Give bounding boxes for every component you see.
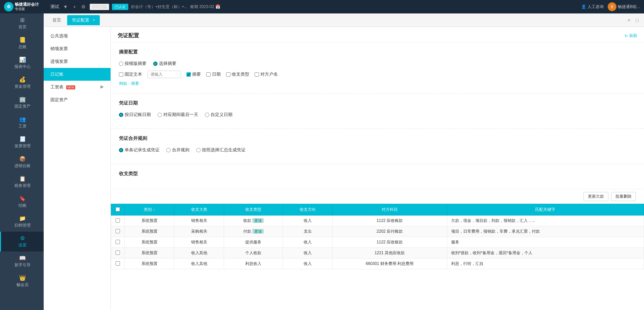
th-direction: 收支方向	[283, 204, 333, 216]
sidebar-item-payroll[interactable]: 👥 工资	[0, 113, 44, 132]
sidebar-item-label: 资金管理	[14, 84, 31, 89]
close-period-icon: 🔖	[19, 195, 26, 202]
logo-sub: 专业版	[15, 7, 39, 11]
certified-badge: 已认证	[112, 4, 128, 10]
update-receivables-btn[interactable]: 更新欠款	[584, 192, 608, 201]
tab-home[interactable]: 首页	[48, 15, 66, 25]
sidebar-item-ledger[interactable]: 📒 总账	[0, 33, 44, 53]
checkbox-summary-input[interactable]	[186, 72, 191, 77]
row-checkbox[interactable]	[116, 261, 120, 266]
help-btn[interactable]: 👤 人工咨询	[581, 4, 604, 10]
sidebar-item-sales[interactable]: 📦 进销台账	[0, 152, 44, 172]
summary-section: 摘要配置 按模版摘要 选择摘要	[111, 42, 644, 93]
radio-journal-date[interactable]: 按日记账日期	[119, 112, 151, 118]
select-all-checkbox[interactable]	[116, 207, 120, 211]
checkbox-income-type[interactable]: 收支类型	[226, 71, 249, 77]
radio-single-record-input[interactable]	[119, 148, 123, 152]
row-subject: 2202 应付账款	[333, 226, 447, 237]
sidebar-item-guide[interactable]: 📖 新手引导	[0, 251, 44, 271]
sidebar-item-label: 新手引导	[14, 262, 31, 268]
tab-close-btn[interactable]: ×	[93, 18, 95, 23]
row-big-type: 销售相关	[174, 216, 224, 226]
settings-gear-btn[interactable]: ⚙	[80, 3, 87, 10]
left-panel-item-purchase-invoice[interactable]: 进项发票	[44, 55, 111, 68]
radio-summary-generate[interactable]: 按照选择汇总生成凭证	[196, 147, 246, 153]
radio-merge-rules-input[interactable]	[166, 148, 171, 152]
sidebar-item-tax[interactable]: 📋 税务管理	[0, 172, 44, 192]
table-row: 系统预置采购相关付款 置顶支出2202 应付账款项目，日常费用，报销款，车费，承…	[111, 226, 644, 237]
checkbox-date-input[interactable]	[206, 72, 211, 77]
logo-icon: 会	[4, 2, 13, 11]
checkbox-date[interactable]: 日期	[206, 71, 221, 77]
th-big-type: 收支大类	[174, 204, 224, 216]
add-btn[interactable]: +	[72, 3, 77, 10]
row-checkbox[interactable]	[116, 240, 120, 244]
row-checkbox[interactable]	[116, 229, 120, 233]
sidebar-item-reports[interactable]: 📊 报表中心	[0, 53, 44, 73]
top-tag-btn[interactable]: 置顶	[252, 218, 264, 223]
radio-period-last-day[interactable]: 对应期间最后一天	[158, 112, 198, 118]
checkbox-income-type-input[interactable]	[226, 72, 230, 77]
radio-summary-generate-input[interactable]	[196, 148, 201, 152]
left-panel-item-journal[interactable]: 日记账	[44, 68, 111, 81]
home-icon: ⊞	[20, 17, 25, 23]
tab-config[interactable]: 凭证配置 ×	[67, 15, 100, 25]
window-controls: × □	[626, 17, 640, 23]
fixed-text-input[interactable]	[147, 71, 181, 78]
radio-select-summary[interactable]: 选择摘要	[153, 61, 176, 67]
th-checkbox	[111, 204, 125, 216]
sidebar-item-home[interactable]: ⊞ 首页	[0, 13, 44, 33]
refresh-btn[interactable]: ↻ 刷新	[625, 33, 637, 39]
radio-template-summary[interactable]: 按模版摘要	[119, 61, 146, 67]
radio-select-input[interactable]	[153, 62, 158, 66]
row-checkbox[interactable]	[116, 218, 120, 223]
ledger-icon: 📒	[19, 37, 26, 43]
checkbox-summary[interactable]: 摘要	[186, 71, 201, 77]
switch-version-btn[interactable]: 切到旧版	[90, 4, 109, 10]
checkbox-counterparty-input[interactable]	[255, 72, 259, 77]
left-panel-item-public[interactable]: 公共选项	[44, 30, 111, 42]
radio-journal-date-input[interactable]	[119, 113, 123, 117]
user-profile[interactable]: B 畅捷通B组...	[608, 2, 640, 11]
row-category: 系统预置	[125, 226, 174, 237]
radio-single-record[interactable]: 单条记录生成凭证	[119, 147, 160, 153]
radio-template-input[interactable]	[119, 62, 123, 66]
radio-merge-rules[interactable]: 合并规则	[166, 147, 189, 153]
radio-custom-date-input[interactable]	[205, 113, 209, 117]
merge-radio-group: 单条记录生成凭证 合并规则 按照选择汇总生成凭证	[119, 147, 636, 153]
close-window-btn[interactable]: ×	[626, 17, 632, 23]
row-direction: 收入	[283, 248, 333, 259]
tab-bar: 首页 凭证配置 × × □	[44, 13, 644, 27]
row-checkbox[interactable]	[116, 250, 120, 255]
sidebar-item-settings[interactable]: ⚙ 设置	[0, 232, 44, 251]
left-panel-item-payroll-sheet[interactable]: 工资表 NEW ▶	[44, 81, 111, 93]
sidebar-item-invoice[interactable]: 🧾 发票管理	[0, 132, 44, 152]
batch-delete-btn[interactable]: 批量删除	[611, 192, 636, 201]
sidebar-item-close[interactable]: 🔖 结账	[0, 192, 44, 212]
calendar-icon[interactable]: 📅	[215, 4, 220, 9]
dropdown-btn[interactable]: ▼	[62, 3, 69, 10]
left-panel-item-fixed-assets[interactable]: 固定资产	[44, 93, 111, 106]
sidebar-item-funds[interactable]: 💰 资金管理	[0, 73, 44, 93]
radio-period-last-day-input[interactable]	[158, 113, 162, 117]
sidebar-item-assets[interactable]: 🏢 固定资产	[0, 93, 44, 113]
row-type: 个人收款	[224, 248, 283, 259]
checkbox-fixed-text[interactable]: 固定文本	[119, 71, 142, 77]
sidebar-item-archive[interactable]: 📁 归档管理	[0, 212, 44, 232]
date-section: 凭证日期 按日记账日期 对应期间最后一天 自定义日期	[111, 93, 644, 129]
settings-icon: ⚙	[20, 235, 25, 241]
sidebar-item-label: 设置	[18, 242, 27, 248]
product-info: 好会计（专）+好生意（标）+...	[131, 4, 187, 10]
table-header-actions: 更新欠款 批量删除	[111, 189, 644, 204]
left-panel-item-sales-invoice[interactable]: 销项发票	[44, 42, 111, 55]
checkbox-fixed-text-input[interactable]	[119, 72, 123, 77]
sidebar-item-member[interactable]: 👑 畅会员	[0, 271, 44, 291]
funds-icon: 💰	[19, 76, 26, 83]
top-tag-btn[interactable]: 置顶	[252, 229, 264, 234]
maximize-window-btn[interactable]: □	[635, 17, 640, 23]
checkbox-counterparty[interactable]: 对方户名	[255, 71, 278, 77]
app-logo: 会 畅捷通好会计 专业版	[4, 2, 48, 11]
row-keywords: 利息，行转，汇自	[447, 259, 644, 269]
sidebar-item-label: 结账	[18, 203, 27, 208]
radio-custom-date[interactable]: 自定义日期	[205, 112, 232, 118]
